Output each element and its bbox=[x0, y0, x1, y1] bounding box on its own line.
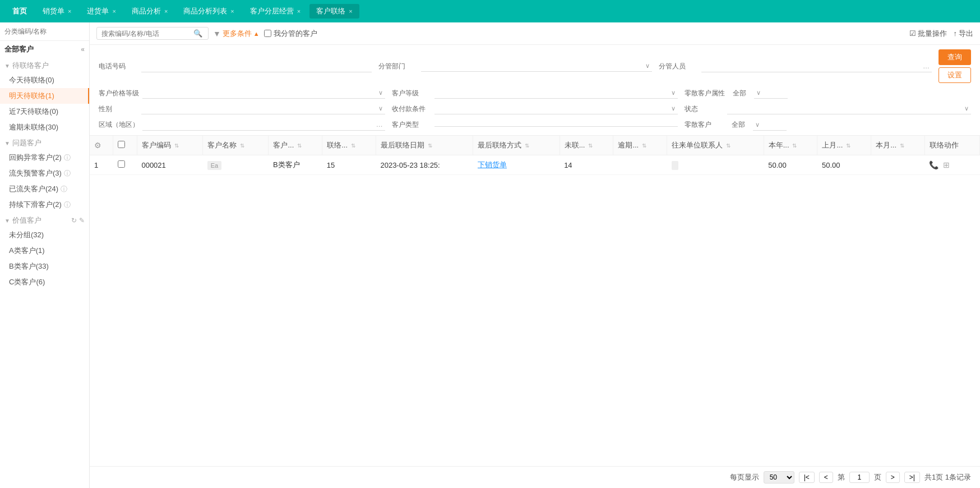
page-first-btn[interactable]: |< bbox=[799, 472, 815, 483]
sidebar-item-today[interactable]: 今天待联络(0) bbox=[0, 72, 89, 88]
retail-attr-select[interactable]: ∨ bbox=[754, 88, 788, 99]
cell-this-year: 50.00 bbox=[764, 155, 817, 175]
export-btn[interactable]: ↑ 导出 bbox=[954, 29, 974, 39]
sidebar: 🔍 全部客户 « ▼ 待联络客户 今天待联络(0) 明天待联络(1) 近7天待联… bbox=[0, 22, 90, 488]
dept-select[interactable]: ∨ bbox=[421, 61, 651, 72]
cell-unit-contact bbox=[667, 155, 764, 175]
page-number-input[interactable] bbox=[849, 472, 870, 483]
top-nav: 首页 销货单 × 进货单 × 商品分析 × 商品分析列表 × 客户分层经营 × … bbox=[0, 0, 980, 22]
customer-level-select[interactable]: ∨ bbox=[434, 88, 678, 99]
action-grid-icon[interactable]: ⊞ bbox=[943, 160, 950, 169]
per-page-select[interactable]: 50 10 20 100 bbox=[764, 471, 794, 484]
cell-code: 000021 bbox=[137, 155, 202, 175]
col-code-sort-icon[interactable]: ⇅ bbox=[174, 142, 179, 149]
col-contact-label: 联络... bbox=[327, 141, 348, 149]
advanced-filter: 电话号码 分管部门 ∨ 分管人员 … bbox=[90, 45, 980, 136]
last-contact-method-link[interactable]: 下销货单 bbox=[478, 160, 507, 169]
payment-select[interactable]: ∨ bbox=[434, 103, 678, 114]
sidebar-item-7days[interactable]: 近7天待联络(0) bbox=[0, 104, 89, 119]
settings-button[interactable]: 设置 bbox=[939, 67, 971, 83]
col-this-year-sort-icon[interactable]: ⇅ bbox=[792, 142, 797, 149]
nav-sales-close[interactable]: × bbox=[68, 8, 71, 15]
customer-type-select[interactable] bbox=[434, 123, 678, 127]
status-select[interactable]: ∨ bbox=[727, 103, 971, 114]
nav-customer-contact[interactable]: 客户联络 × bbox=[309, 4, 359, 19]
col-name: 客户名称 ⇅ bbox=[203, 136, 269, 155]
select-all-checkbox[interactable] bbox=[118, 141, 125, 148]
sidebar-item-tomorrow[interactable]: 明天待联络(1) bbox=[0, 88, 89, 104]
page-next-btn[interactable]: > bbox=[886, 472, 900, 483]
sidebar-item-declining[interactable]: 持续下滑客户(2) ⓘ bbox=[0, 197, 89, 213]
sidebar-item-repurchase[interactable]: 回购异常客户(2) ⓘ bbox=[0, 150, 89, 165]
sidebar-b-class-label: B类客户(33) bbox=[9, 261, 49, 271]
query-button[interactable]: 查询 bbox=[939, 49, 971, 65]
gender-select[interactable]: ∨ bbox=[141, 103, 385, 114]
sidebar-item-a-class[interactable]: A类客户(1) bbox=[0, 243, 89, 259]
value-edit-icon[interactable]: ✎ bbox=[79, 217, 85, 224]
filter-row-2: 客户价格等级 ∨ 客户等级 ∨ 零散客户属性 全部 bbox=[99, 88, 971, 99]
price-level-label: 客户价格等级 bbox=[99, 89, 139, 98]
filter-gender-field: 性别 ∨ bbox=[99, 103, 385, 114]
value-arrow-icon: ▼ bbox=[4, 218, 10, 224]
col-last-month-sort-icon[interactable]: ⇅ bbox=[846, 142, 850, 149]
page-last-btn[interactable]: >| bbox=[904, 472, 920, 483]
page-prev-btn[interactable]: < bbox=[819, 472, 833, 483]
row-checkbox[interactable] bbox=[118, 160, 125, 168]
col-name-sort-icon[interactable]: ⇅ bbox=[240, 142, 244, 149]
col-uncontacted-sort-icon[interactable]: ⇅ bbox=[588, 142, 593, 149]
nav-sales[interactable]: 销货单 × bbox=[36, 4, 78, 19]
cell-no: 1 bbox=[90, 155, 113, 175]
nav-goods-list-close[interactable]: × bbox=[230, 8, 234, 15]
person-select[interactable]: … bbox=[701, 61, 932, 72]
col-last-method-sort-icon[interactable]: ⇅ bbox=[525, 142, 529, 149]
gender-chevron-icon: ∨ bbox=[378, 105, 383, 112]
cell-last-method: 下销货单 bbox=[473, 155, 560, 175]
filter-row-4: 区域（地区） … 客户类型 零散客户 全部 ∨ bbox=[99, 119, 971, 131]
sidebar-item-ungroup[interactable]: 未分组(32) bbox=[0, 227, 89, 243]
sidebar-item-lost[interactable]: 已流失客户(24) ⓘ bbox=[0, 181, 89, 197]
nav-purchase-close[interactable]: × bbox=[112, 8, 115, 15]
my-customers-filter: 我分管的客户 bbox=[264, 29, 317, 39]
col-type-sort-icon[interactable]: ⇅ bbox=[297, 142, 302, 149]
sidebar-all-customers[interactable]: 全部客户 « bbox=[0, 41, 89, 58]
payment-label: 收付款条件 bbox=[392, 104, 431, 114]
sidebar-item-c-class[interactable]: C类客户(6) bbox=[0, 274, 89, 290]
retail-customer-select[interactable]: ∨ bbox=[753, 119, 787, 131]
phone-input[interactable] bbox=[141, 61, 372, 72]
sidebar-value-group: ▼ 价值客户 ↻ ✎ bbox=[0, 213, 89, 227]
area-select[interactable]: … bbox=[142, 119, 385, 131]
col-contact: 联络... ⇅ bbox=[322, 136, 376, 155]
sidebar-lost-warning-label: 流失预警客户(3) bbox=[9, 168, 62, 178]
nav-goods-analysis-list[interactable]: 商品分析列表 × bbox=[177, 4, 241, 19]
sidebar-search-input[interactable] bbox=[4, 27, 89, 35]
nav-customer-tier[interactable]: 客户分层经营 × bbox=[243, 4, 307, 19]
my-customers-checkbox[interactable] bbox=[264, 30, 271, 37]
sidebar-item-lost-warning[interactable]: 流失预警客户(3) ⓘ bbox=[0, 165, 89, 181]
price-level-select[interactable]: ∨ bbox=[142, 88, 385, 99]
batch-ops-btn[interactable]: ☑ 批量操作 bbox=[909, 29, 947, 39]
action-phone-icon[interactable]: 📞 bbox=[929, 160, 939, 169]
col-contact-sort-icon[interactable]: ⇅ bbox=[351, 142, 355, 149]
sidebar-item-overdue[interactable]: 逾期未联络(30) bbox=[0, 119, 89, 135]
cell-uncontacted: 14 bbox=[560, 155, 613, 175]
col-overdue-sort-icon[interactable]: ⇅ bbox=[642, 142, 646, 149]
nav-goods-analysis[interactable]: 商品分析 × bbox=[125, 4, 174, 19]
nav-customer-tier-close[interactable]: × bbox=[297, 8, 301, 15]
nav-customer-contact-close[interactable]: × bbox=[349, 8, 352, 15]
sidebar-item-b-class[interactable]: B类客户(33) bbox=[0, 259, 89, 274]
filter-payment-field: 收付款条件 ∨ bbox=[392, 103, 678, 114]
value-refresh-icon[interactable]: ↻ bbox=[71, 217, 77, 224]
filter-status-field: 状态 ∨ bbox=[685, 103, 971, 114]
col-last-date-sort-icon[interactable]: ⇅ bbox=[428, 142, 432, 149]
more-conditions-btn[interactable]: ▼ 更多条件 ▲ bbox=[213, 29, 260, 39]
person-more-icon: … bbox=[923, 62, 930, 70]
nav-goods-close[interactable]: × bbox=[164, 8, 168, 15]
filter-search-icon[interactable]: 🔍 bbox=[193, 29, 202, 38]
nav-purchase[interactable]: 进货单 × bbox=[80, 4, 122, 19]
col-unit-contact-sort-icon[interactable]: ⇅ bbox=[726, 142, 731, 149]
col-this-month-sort-icon[interactable]: ⇅ bbox=[900, 142, 904, 149]
nav-home[interactable]: 首页 bbox=[6, 4, 34, 19]
gender-label: 性别 bbox=[99, 104, 138, 114]
filter-search-input[interactable] bbox=[101, 30, 191, 38]
table-settings-icon[interactable]: ⚙ bbox=[94, 141, 101, 150]
